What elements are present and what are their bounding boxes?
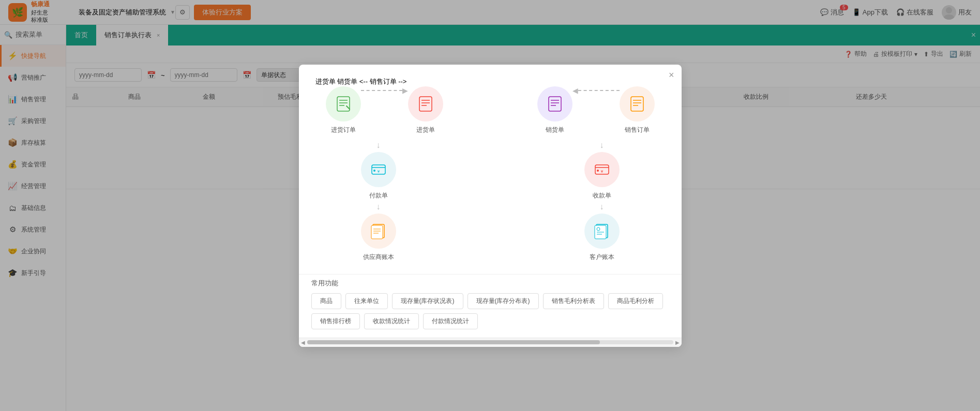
svg-point-20 — [373, 170, 375, 172]
xiaohuo-label: 销货单 — [546, 126, 564, 134]
common-functions-title: 常用功能 — [311, 279, 669, 288]
svg-rect-14 — [631, 97, 643, 111]
svg-rect-2 — [337, 97, 350, 111]
fukuan-label: 付款单 — [369, 191, 388, 200]
flow-item-xiaohuo[interactable]: 销货单 — [537, 86, 572, 134]
flow-item-jinhuoorder[interactable]: 进货订单 — [326, 86, 361, 134]
gongying-icon — [361, 214, 396, 249]
flow-item-fukuan[interactable]: ¥ 付款单 — [361, 152, 396, 200]
svg-rect-27 — [371, 225, 383, 239]
common-btn-往来单位[interactable]: 往来单位 — [345, 293, 388, 309]
common-functions-section: 常用功能 商品往来单位现存量(库存状况表)现存量(库存分布表)销售毛利分析表商品… — [299, 274, 682, 338]
jinhuoorder-icon — [326, 86, 361, 121]
kehu-label: 客户账本 — [590, 253, 614, 262]
jinhuo-icon — [408, 86, 443, 121]
jinhuo-label: 进货单 — [416, 126, 435, 134]
common-btn-现存量(库存状况表)[interactable]: 现存量(库存状况表) — [392, 293, 463, 309]
xiaoshouorder-label: 销售订单 — [625, 126, 650, 134]
modal: × 进货单 销货单 <-- 销售订单 --> 进货订单 ▶ — [299, 65, 682, 347]
common-btn-现存量(库存分布表)[interactable]: 现存量(库存分布表) — [468, 293, 539, 309]
svg-rect-6 — [419, 97, 432, 111]
fukuan-icon: ¥ — [361, 152, 396, 187]
svg-point-24 — [597, 170, 599, 172]
common-btn-付款情况统计[interactable]: 付款情况统计 — [423, 313, 478, 329]
shoukuan-label: 收款单 — [593, 191, 611, 200]
gongying-label: 供应商账本 — [363, 253, 394, 262]
common-btn-收款情况统计[interactable]: 收款情况统计 — [364, 313, 419, 329]
modal-overlay[interactable]: × 进货单 销货单 <-- 销售订单 --> 进货订单 ▶ — [0, 0, 980, 411]
modal-close-button[interactable]: × — [669, 70, 674, 81]
scroll-bar[interactable]: ◀ ▶ — [299, 338, 682, 347]
flow-item-shoukuan[interactable]: ¥ 收款单 — [584, 152, 620, 200]
kehu-icon — [584, 214, 620, 249]
scroll-thumb — [307, 340, 600, 344]
xiaohuo-icon — [537, 86, 572, 121]
scroll-right-icon[interactable]: ▶ — [675, 340, 680, 345]
shoukuan-icon: ¥ — [584, 152, 620, 187]
xiaoshouorder-icon — [620, 86, 655, 121]
flow-item-gongyingaccount[interactable]: 供应商账本 — [361, 214, 396, 262]
common-btn-销售排行榜[interactable]: 销售排行榜 — [311, 313, 360, 329]
svg-rect-10 — [549, 97, 561, 111]
scroll-track[interactable] — [307, 340, 673, 344]
flow-item-jinhuo[interactable]: 进货单 — [408, 86, 443, 134]
common-buttons: 商品往来单位现存量(库存状况表)现存量(库存分布表)销售毛利分析表商品毛利分析销… — [311, 293, 669, 329]
svg-text:¥: ¥ — [600, 169, 603, 174]
scroll-left-icon[interactable]: ◀ — [301, 340, 305, 345]
flow-item-xiaoshouorder[interactable]: 销售订单 — [620, 86, 655, 134]
flow-section: 进货单 销货单 <-- 销售订单 --> 进货订单 ▶ — [299, 65, 682, 274]
svg-text:¥: ¥ — [376, 169, 380, 174]
common-btn-商品[interactable]: 商品 — [311, 293, 341, 309]
common-btn-销售毛利分析表[interactable]: 销售毛利分析表 — [543, 293, 604, 309]
jinhuoorder-label: 进货订单 — [331, 126, 356, 134]
flow-item-kehuaccount[interactable]: 客户账本 — [584, 214, 620, 262]
common-btn-商品毛利分析[interactable]: 商品毛利分析 — [608, 293, 663, 309]
